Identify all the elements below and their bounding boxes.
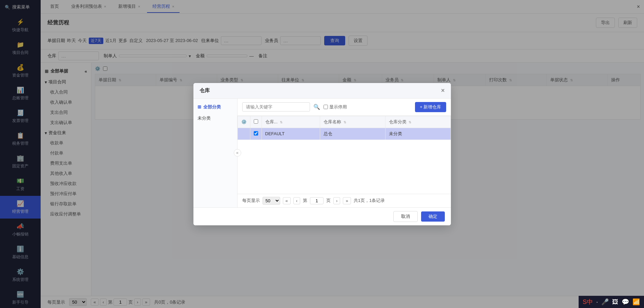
row-category-cell: 未分类 [385,128,451,140]
dialog-close-btn[interactable]: × [441,87,445,94]
dialog-page-label: 第 [303,198,307,204]
dialog-page-unit: 页 [326,198,331,204]
dialog-toolbar: 🔍 显示停用 + 新增仓库 [237,99,451,116]
dialog-col-checkbox [250,116,262,128]
row-checkbox-cell [250,128,262,140]
dialog-all-categories-label: 全部分类 [203,104,221,110]
dialog-cancel-btn[interactable]: 取消 [393,211,418,222]
dialog-search-input[interactable] [242,102,310,111]
dialog-left-panel: ⊞ 全部分类 未分类 « [193,99,237,207]
dialog-add-warehouse-btn[interactable]: + 新增仓库 [415,102,446,112]
dialog-col-name: 仓库名称 ⇅ [320,116,386,128]
taskbar: S中 · 🎤 🖼 💬 📶 [579,296,644,308]
taskbar-mic-icon[interactable]: 🎤 [601,298,609,306]
dialog-prev-btn[interactable]: ‹ [293,197,300,204]
dialog-last-btn[interactable]: » [343,197,351,204]
row-checkbox[interactable] [254,131,258,136]
dialog-right-panel: 🔍 显示停用 + 新增仓库 ⚙️ 仓库... ⇅ [237,99,451,207]
dialog-col-code: 仓库... ⇅ [262,116,320,128]
dialog-show-disabled-label[interactable]: 显示停用 [324,104,347,110]
dialog-table: ⚙️ 仓库... ⇅ 仓库名称 ⇅ 仓库分类 ⇅ [237,116,451,140]
dialog-body: ⊞ 全部分类 未分类 « 🔍 显示停用 + 新增仓库 [193,99,451,207]
dialog-page-input[interactable] [310,197,324,204]
dialog-left-collapse-btn[interactable]: « [234,149,241,157]
dialog-page-size-label: 每页显示 [242,198,260,204]
taskbar-chat-icon[interactable]: 💬 [622,298,629,306]
dialog-header: 仓库 × [193,83,451,99]
dialog-search-btn[interactable]: 🔍 [313,104,320,110]
dialog-total-info: 共1页，1条记录 [354,198,385,204]
taskbar-dot: · [596,299,598,306]
row-name-cell: 总仓 [320,128,386,140]
dialog-first-btn[interactable]: « [283,197,291,204]
dialog-select-all[interactable] [254,119,258,124]
taskbar-logo: S中 [583,298,593,306]
grid-dialog-icon: ⊞ [198,104,201,109]
row-settings-cell [237,128,250,140]
dialog-col-settings: ⚙️ [237,116,250,128]
warehouse-dialog: 仓库 × ⊞ 全部分类 未分类 « 🔍 [193,83,451,225]
dialog-col-category: 仓库分类 ⇅ [385,116,451,128]
taskbar-image-icon[interactable]: 🖼 [612,299,618,306]
dialog-confirm-btn[interactable]: 确定 [421,211,445,222]
taskbar-signal-icon: 📶 [632,298,640,306]
dialog-table-wrap: ⚙️ 仓库... ⇅ 仓库名称 ⇅ 仓库分类 ⇅ [237,116,451,194]
table-row[interactable]: DEFAULT 总仓 未分类 [237,128,451,140]
dialog-title: 仓库 [200,87,210,94]
dialog-pagination: 每页显示 50 100 « ‹ 第 页 › » 共1页，1条记录 [237,194,451,207]
dialog-all-categories[interactable]: ⊞ 全部分类 [193,101,237,113]
dialog-show-disabled-checkbox[interactable] [324,105,328,109]
dialog-actions: 取消 确定 [193,207,451,225]
dialog-overlay: 仓库 × ⊞ 全部分类 未分类 « 🔍 [0,0,644,308]
row-code-cell: DEFAULT [262,128,320,140]
dialog-next-btn[interactable]: › [333,197,340,204]
dialog-page-size-select[interactable]: 50 100 [263,197,280,205]
dialog-category-uncategorized[interactable]: 未分类 [193,113,237,124]
